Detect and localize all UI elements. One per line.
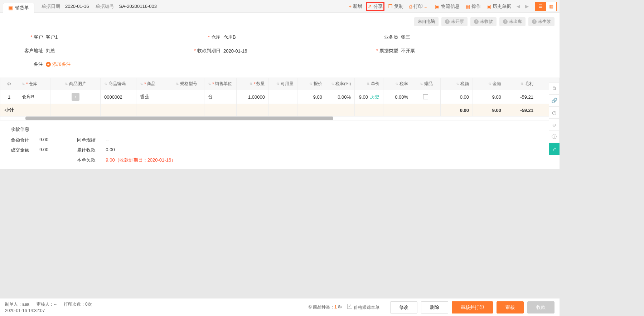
delete-button[interactable]: 删除 [421, 301, 448, 313]
new-button[interactable]: +新增 [347, 2, 364, 11]
cell-qty[interactable]: 1.00000 [237, 90, 269, 104]
col-amount[interactable]: ⇅金额 [473, 78, 505, 90]
invoice-type-value[interactable]: 不开票 [401, 48, 415, 54]
view-list-button[interactable]: ☰ [535, 2, 546, 11]
rail-attach-button[interactable]: 🔗 [549, 94, 560, 107]
tab-title: 销货单 [15, 5, 29, 11]
col-quote[interactable]: ⇅报价 [297, 78, 326, 90]
kinds-info: © 商品种类：1 种 [309, 304, 342, 310]
add-remark-button[interactable]: +添加备注 [46, 61, 71, 68]
col-gift[interactable]: ⇅赠品 [412, 78, 441, 90]
cell-unit[interactable]: 台 [204, 90, 237, 104]
cell-gift[interactable] [412, 90, 441, 104]
col-discount-rate[interactable]: ⇅税率(%) [326, 78, 355, 90]
rail-info-button[interactable]: ⓘ [549, 131, 560, 143]
scroll-thumb[interactable] [25, 117, 333, 120]
cell-warehouse[interactable]: 仓库B [18, 90, 50, 104]
price-follow-check[interactable]: 价格跟踪本单 [347, 304, 379, 311]
rail-expand-button[interactable]: ⤢ [549, 143, 560, 155]
col-tax-rate[interactable]: ⇅税率 [383, 78, 412, 90]
col-available[interactable]: ⇅可用量 [269, 78, 297, 90]
customer-value[interactable]: 客户1 [46, 34, 58, 40]
same-order-value: -- [106, 137, 109, 143]
cell-spec[interactable] [172, 90, 204, 104]
operate-button[interactable]: ▦操作 [463, 2, 483, 11]
history-button[interactable]: ▣历史单据 [484, 2, 513, 11]
history-icon: ▣ [486, 4, 491, 9]
col-qty[interactable]: ⇅*数量 [237, 78, 269, 90]
cell-tax-rate[interactable]: 0.00% [383, 90, 412, 104]
warehouse-value[interactable]: 仓库B [223, 34, 236, 40]
copy-button[interactable]: ❐复制 [386, 2, 406, 11]
audit-print-button[interactable]: 审核并打印 [452, 301, 493, 313]
next-doc-button[interactable]: ▶ [523, 2, 531, 11]
footer-meta: 制单人：aaa 审核人：-- 打印次数：0次 2020-01-16 14:32:… [5, 301, 92, 313]
rail-clock-button[interactable]: ◷ [549, 107, 560, 119]
plus-icon: + [349, 4, 352, 9]
footer-timestamp: 2020-01-16 14:32:07 [5, 308, 45, 313]
addr-label: 客户地址 [24, 48, 43, 53]
horizontal-scrollbar[interactable] [0, 117, 559, 120]
due-value[interactable]: 2020-01-16 [223, 48, 247, 54]
chevron-down-icon: ⌄ [423, 4, 428, 9]
subtotal-tax: 0.00 [441, 104, 473, 116]
print-button[interactable]: ⎙打印⌄ [407, 2, 431, 11]
col-unit[interactable]: ⇅*销售单位 [204, 78, 237, 90]
cell-code[interactable]: 0000002 [101, 90, 136, 104]
col-tax[interactable]: ⇅税额 [441, 78, 473, 90]
rail-user-button[interactable]: ☺ [549, 119, 560, 131]
col-product[interactable]: ⇅*商品 [136, 78, 172, 90]
cell-price[interactable]: 9.00历史 [355, 90, 383, 104]
image-placeholder-icon: ♪ [72, 93, 79, 101]
status-not-received: !未收款 [470, 17, 497, 26]
print-count-label: 打印次数： [64, 302, 85, 307]
addr-value[interactable]: 刘总 [46, 48, 55, 54]
doc-date: 2020-01-16 [65, 4, 89, 9]
page-root: ▣ 销货单 单据日期 2020-01-16 单据编号 SA-20200116-0… [0, 0, 560, 316]
modify-button[interactable]: 修改 [390, 301, 417, 313]
col-code[interactable]: ⇅商品编码 [101, 78, 136, 90]
total-label: 金额合计 [11, 137, 36, 143]
col-image[interactable]: ⇅商品图片 [50, 78, 101, 90]
gift-checkbox[interactable] [423, 94, 428, 99]
share-button[interactable]: ↗分享 [366, 2, 384, 11]
rail-note-button[interactable]: 🗎 [549, 82, 560, 94]
subtotal-profit: -59.21 [505, 104, 537, 116]
col-price[interactable]: ⇅单价 [355, 78, 383, 90]
grid-header: ⚙ ⇅*仓库 ⇅商品图片 ⇅商品编码 ⇅*商品 ⇅规格型号 ⇅*销售单位 ⇅*数… [0, 78, 559, 90]
prev-doc-button[interactable]: ◀ [515, 2, 522, 11]
side-rail: 🗎 🔗 ◷ ☺ ⓘ ⤢ [549, 82, 560, 155]
info-icon: ! [503, 19, 508, 24]
doc-no: SA-20200116-003 [119, 4, 157, 9]
row-index: 1 [0, 90, 18, 104]
top-bar: ▣ 销货单 单据日期 2020-01-16 单据编号 SA-20200116-0… [0, 0, 560, 13]
copy-icon: ❐ [388, 4, 393, 9]
col-gear[interactable]: ⚙ [0, 78, 18, 90]
owe-label: 本单欠款 [77, 157, 102, 163]
cell-profit: -59.21 [505, 90, 537, 104]
subtotal-amount: 9.00 [473, 104, 505, 116]
doc-tab[interactable]: ▣ 销货单 [3, 3, 34, 13]
cell-amount: 9.00 [473, 90, 505, 104]
col-spec[interactable]: ⇅规格型号 [172, 78, 204, 90]
col-profit[interactable]: ⇅毛利 [505, 78, 537, 90]
receive-button: 收款 [527, 301, 555, 313]
audit-button[interactable]: 审核 [497, 301, 524, 313]
line-items-grid: ⚙ ⇅*仓库 ⇅商品图片 ⇅商品编码 ⇅*商品 ⇅规格型号 ⇅*销售单位 ⇅*数… [0, 78, 560, 120]
status-from-pc: 来自电脑 [414, 17, 439, 26]
footer-mid: © 商品种类：1 种 价格跟踪本单 修改 删除 审核并打印 审核 收款 [309, 301, 555, 313]
sales-value[interactable]: 张三 [401, 34, 410, 40]
checkbox-icon[interactable] [347, 304, 352, 309]
price-history-link[interactable]: 历史 [370, 94, 379, 100]
view-card-button[interactable]: ▦ [546, 2, 557, 11]
col-warehouse[interactable]: ⇅*仓库 [18, 78, 50, 90]
cell-discount-rate[interactable]: 0.00% [326, 90, 355, 104]
cell-image[interactable]: ♪ [50, 90, 101, 104]
cell-quote[interactable]: 9.00 [297, 90, 326, 104]
print-count-value: 0次 [85, 302, 92, 307]
cell-product[interactable]: 香蕉 [136, 90, 172, 104]
logistics-button[interactable]: ▣物流信息 [433, 2, 462, 11]
payment-section: 收款信息 金额合计9.00 成交金额9.00 同单现结-- 累计收款0.00 本… [0, 120, 560, 169]
warehouse-label: 仓库 [211, 34, 221, 40]
table-row[interactable]: 1 仓库B ♪ 0000002 香蕉 台 1.00000 9.00 0.00% … [0, 90, 559, 104]
